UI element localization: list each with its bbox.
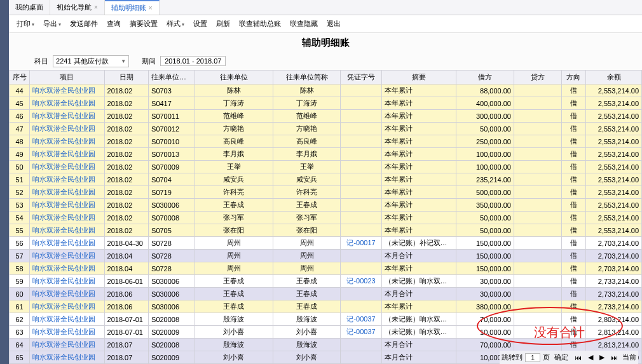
tab-subsidiary-ledger[interactable]: 辅助明细账× <box>105 0 160 15</box>
table-row[interactable]: 59响水双潜全民创业园2018-06-01S030006王春成王春成记-0002… <box>10 275 642 288</box>
cell-direction: 借 <box>561 250 585 262</box>
table-row[interactable]: 58响水双潜全民创业园2018.04S0728周州周州本年累计150,000.0… <box>10 262 642 275</box>
cell-debit: 350,000.00 <box>456 199 514 212</box>
cell-abbr: 刘小喜 <box>273 326 341 339</box>
table-row[interactable]: 63响水双潜全民创业园2018-07-01S020009刘小喜刘小喜记-0003… <box>10 326 642 339</box>
cell-abbr: 周州 <box>273 237 341 250</box>
col-balance[interactable]: 余额 <box>586 71 642 84</box>
export-button[interactable]: 导出 <box>39 18 65 30</box>
col-unit-abbr[interactable]: 往来单位简称 <box>273 71 341 84</box>
cell-balance: 2,733,214.00 <box>586 275 642 288</box>
page-input[interactable] <box>525 353 540 362</box>
table-row[interactable]: 56响水双潜全民创业园2018-04-30S0728周州周州记-00017（未记… <box>10 237 642 250</box>
voucher-link[interactable]: 记-00037 <box>346 328 375 335</box>
subject-combo[interactable]: 2241 其他应付款 ▼ <box>53 55 129 67</box>
cell-summary: 本年累计 <box>381 173 456 186</box>
cell-abbr: 丁海涛 <box>273 97 341 110</box>
col-project[interactable]: 项目 <box>30 71 105 84</box>
send-mail-button[interactable]: 发送邮件 <box>66 18 102 30</box>
table-row[interactable]: 55响水双潜全民创业园2018.02S0705张在阳张在阳本年累计50,000.… <box>10 224 642 237</box>
col-debit[interactable]: 借方 <box>456 71 514 84</box>
table-row[interactable]: 62响水双潜全民创业园2018-07-01S020008殷海波殷海波记-0003… <box>10 313 642 326</box>
cell-balance: 2,553,214.00 <box>586 135 642 148</box>
col-summary[interactable]: 摘要 <box>381 71 456 84</box>
summary-setting-button[interactable]: 摘要设置 <box>126 18 161 30</box>
print-button[interactable]: 打印 <box>13 18 38 30</box>
cell-summary: （未记账）响水双… <box>381 313 456 326</box>
cell-date: 2018.02 <box>104 224 148 237</box>
last-page-icon[interactable]: ⏭ <box>609 354 620 361</box>
cell-balance: 2,553,214.00 <box>586 84 642 97</box>
cell-debit: 88,000.00 <box>456 84 514 97</box>
voucher-link[interactable]: 记-00017 <box>346 239 375 246</box>
table-row[interactable]: 51响水双潜全民创业园2018.02S0704咸安兵咸安兵本年累计235,214… <box>10 173 642 186</box>
cell-project: 响水双潜全民创业园 <box>30 148 105 161</box>
close-icon[interactable]: × <box>94 4 98 11</box>
cell-code: S0728 <box>149 237 195 250</box>
table-row[interactable]: 49响水双潜全民创业园2018.02S070013李月娥李月娥本年累计100,0… <box>10 148 642 161</box>
cell-project: 响水双潜全民创业园 <box>30 351 105 364</box>
table-row[interactable]: 52响水双潜全民创业园2018.02S0719许科亮许科亮本年累计500,000… <box>10 186 642 199</box>
cell-summary: 本年累计 <box>381 300 456 313</box>
cell-unit: 范维峰 <box>195 110 273 123</box>
table-row[interactable]: 64响水双潜全民创业园2018.07S020008殷海波殷海波本月合计70,00… <box>10 339 642 351</box>
cell-direction: 借 <box>561 300 585 313</box>
cell-code: S0704 <box>149 173 195 186</box>
exit-button[interactable]: 退出 <box>323 18 345 30</box>
col-credit[interactable]: 贷方 <box>514 71 561 84</box>
table-row[interactable]: 53响水双潜全民创业园2018.02S030006王春成王春成本年累计350,0… <box>10 199 642 212</box>
close-icon[interactable]: × <box>149 4 153 11</box>
cell-direction: 借 <box>561 173 585 186</box>
col-seq[interactable]: 序号 <box>10 71 30 84</box>
table-row[interactable]: 48响水双潜全民创业园2018.02S070010高良峰高良峰本年累计250,0… <box>10 135 642 148</box>
first-page-icon[interactable]: ⏮ <box>573 354 584 361</box>
table-row[interactable]: 60响水双潜全民创业园2018.06S030006王春成王春成本月合计30,00… <box>10 288 642 300</box>
table-row[interactable]: 54响水双潜全民创业园2018.02S070008张习军张习军本年累计50,00… <box>10 212 642 224</box>
voucher-link[interactable]: 记-00037 <box>346 315 375 323</box>
period-input[interactable]: 2018.01 - 2018.07 <box>160 56 226 66</box>
cell-credit <box>514 275 561 288</box>
col-voucher[interactable]: 凭证字号 <box>341 71 381 84</box>
jump-label: 跳转到 <box>502 353 522 362</box>
cell-credit <box>514 313 561 326</box>
query-button[interactable]: 查询 <box>103 18 125 30</box>
next-page-icon[interactable]: ▶ <box>598 353 606 361</box>
cell-voucher <box>341 224 381 237</box>
subsidiary-ledger-button[interactable]: 联查辅助总账 <box>235 18 285 30</box>
tab-init-nav[interactable]: 初始化导航× <box>50 0 105 15</box>
cell-voucher <box>341 135 381 148</box>
tab-desktop[interactable]: 我的桌面 <box>9 0 50 15</box>
cell-date: 2018.07 <box>104 339 148 351</box>
col-direction[interactable]: 方向 <box>561 71 585 84</box>
cell-voucher <box>341 250 381 262</box>
style-button[interactable]: 样式 <box>163 18 188 30</box>
cell-code: S030006 <box>149 275 195 288</box>
table-row[interactable]: 46响水双潜全民创业园2018.02S070011范维峰范维峰本年累计300,0… <box>10 110 642 123</box>
table-row[interactable]: 47响水双潜全民创业园2018.02S070012方晓艳方晓艳本年累计50,00… <box>10 123 642 135</box>
cell-unit: 王举 <box>195 161 273 173</box>
table-row[interactable]: 57响水双潜全民创业园2018.04S0728周州周州本月合计150,000.0… <box>10 250 642 262</box>
cell-voucher <box>341 110 381 123</box>
cell-voucher <box>341 300 381 313</box>
col-unit-name[interactable]: 往来单位 <box>195 71 273 84</box>
cell-abbr: 王举 <box>273 161 341 173</box>
hide-ledger-button[interactable]: 联查隐藏 <box>286 18 322 30</box>
cell-unit: 李月娥 <box>195 148 273 161</box>
prev-page-icon[interactable]: ◀ <box>586 353 595 361</box>
refresh-button[interactable]: 刷新 <box>212 18 234 30</box>
cell-credit <box>514 237 561 250</box>
table-row[interactable]: 61响水双潜全民创业园2018.06S030006王春成王春成本年累计380,0… <box>10 300 642 313</box>
cell-voucher <box>341 212 381 224</box>
col-unit-code[interactable]: 往来单位编码 <box>149 71 195 84</box>
cell-voucher <box>341 123 381 135</box>
voucher-link[interactable]: 记-00023 <box>346 277 375 285</box>
cell-date: 2018.04 <box>104 250 148 262</box>
table-row[interactable]: 44响水双潜全民创业园2018.02S0703陈林陈林本年累计88,000.00… <box>10 84 642 97</box>
table-row[interactable]: 50响水双潜全民创业园2018.02S070009王举王举本年累计100,000… <box>10 161 642 173</box>
cell-code: S020009 <box>149 351 195 364</box>
table-row[interactable]: 45响水双潜全民创业园2018.02S0417丁海涛丁海涛本年累计400,000… <box>10 97 642 110</box>
cell-voucher <box>341 186 381 199</box>
confirm-button[interactable]: 确定 <box>552 353 570 362</box>
setting-button[interactable]: 设置 <box>189 18 211 30</box>
col-date[interactable]: 日期 <box>104 71 148 84</box>
